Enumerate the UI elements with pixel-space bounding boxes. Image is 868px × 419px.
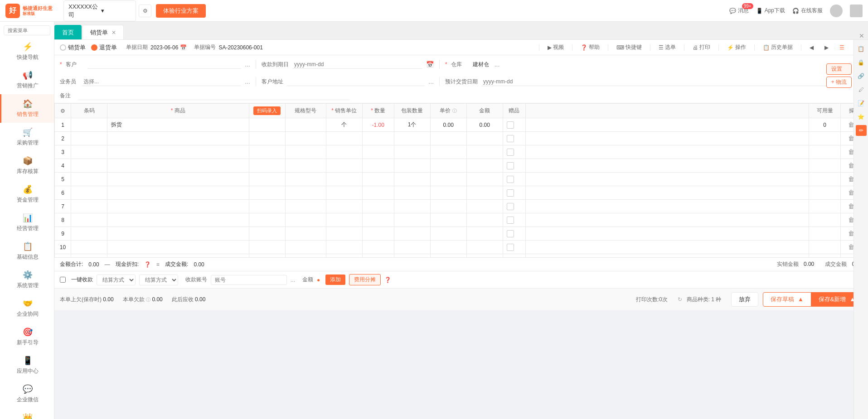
cell-barcode[interactable]: [71, 200, 107, 213]
cell-price[interactable]: [430, 186, 466, 200]
sidebar-item-inventory[interactable]: 📦 库存核算: [0, 151, 54, 180]
cell-spec[interactable]: [285, 213, 326, 227]
next-record-btn[interactable]: ▶: [822, 43, 831, 52]
sidebar-item-wechat[interactable]: 💬 企业微信: [0, 380, 54, 408]
remarks-input[interactable]: [78, 92, 350, 100]
sidebar-item-enterprise[interactable]: 🤝 企业协同: [0, 294, 54, 323]
cell-barcode[interactable]: [71, 173, 107, 186]
calendar-due-date-icon[interactable]: 📅: [426, 61, 434, 68]
sidebar-item-sales[interactable]: 🏠 销售管理: [0, 94, 54, 123]
cell-qty[interactable]: [362, 145, 394, 159]
tab-close-icon[interactable]: ✕: [112, 29, 116, 36]
one-click-pay-checkbox[interactable]: [60, 277, 66, 283]
trial-button[interactable]: 体验行业方案: [156, 4, 206, 18]
sidebar-item-operations[interactable]: 📊 经营管理: [0, 208, 54, 237]
cell-barcode[interactable]: [71, 227, 107, 241]
cell-price[interactable]: [430, 227, 466, 241]
cell-price[interactable]: [430, 241, 466, 254]
sidebar-item-system[interactable]: ⚙️ 系统管理: [0, 265, 54, 294]
cell-spec[interactable]: [285, 173, 326, 186]
cell-spec[interactable]: [285, 145, 326, 159]
right-tool-4[interactable]: 🖊: [856, 84, 867, 95]
account-input[interactable]: [211, 275, 287, 285]
cell-qty[interactable]: [362, 200, 394, 213]
settings-gear-btn[interactable]: ⚙: [139, 5, 151, 17]
sidebar-item-app-center[interactable]: 📱 应用中心: [0, 351, 54, 380]
company-selector[interactable]: XXXXXX公司 ▾: [63, 0, 136, 21]
cell-price[interactable]: [430, 200, 466, 213]
cell-qty[interactable]: [362, 213, 394, 227]
cell-gift[interactable]: [503, 227, 525, 241]
cell-gift[interactable]: [503, 132, 525, 145]
cell-spec[interactable]: [285, 227, 326, 241]
customer-ellipsis[interactable]: ...: [245, 61, 250, 68]
settlement-select[interactable]: 结算方式: [97, 275, 136, 285]
cell-price[interactable]: [430, 159, 466, 173]
cell-gift[interactable]: [503, 173, 525, 186]
cell-barcode[interactable]: [71, 132, 107, 145]
cell-gift[interactable]: [503, 241, 525, 254]
cell-spec[interactable]: [285, 132, 326, 145]
sidebar-item-finance[interactable]: 💰 资金管理: [0, 180, 54, 208]
gift-checkbox[interactable]: [507, 203, 514, 210]
gift-checkbox[interactable]: [507, 230, 514, 237]
gift-checkbox[interactable]: [507, 189, 514, 197]
due-date-input[interactable]: [292, 60, 422, 69]
salesperson-ellipsis[interactable]: ...: [245, 78, 250, 85]
cell-price[interactable]: [430, 145, 466, 159]
barcode-input[interactable]: [75, 149, 103, 155]
cell-qty[interactable]: [362, 241, 394, 254]
radio-return-label[interactable]: 退货单: [91, 43, 117, 52]
app-download-item[interactable]: 📱 App下载: [756, 7, 785, 14]
sidebar-item-quick-nav[interactable]: ⚡ 快捷导航: [0, 37, 54, 66]
cell-price[interactable]: [430, 173, 466, 186]
cell-spec[interactable]: [285, 118, 326, 132]
toolbar-shortcuts[interactable]: ⌨ 快捷键: [614, 43, 645, 52]
barcode-input[interactable]: [75, 122, 103, 128]
minus-icon[interactable]: —: [105, 261, 110, 268]
prev-record-btn[interactable]: ◀: [807, 43, 816, 52]
cell-gift[interactable]: [503, 118, 525, 132]
cell-gift[interactable]: [503, 159, 525, 173]
cell-qty[interactable]: [362, 254, 394, 258]
cell-price[interactable]: [430, 213, 466, 227]
save-draft-chevron[interactable]: ▲: [798, 296, 804, 303]
cell-qty[interactable]: [362, 173, 394, 186]
online-support-item[interactable]: 🎧 在线客服: [792, 7, 823, 14]
flow-button[interactable]: + 物流: [826, 77, 852, 88]
gift-checkbox[interactable]: [507, 176, 514, 183]
barcode-input[interactable]: [75, 217, 103, 223]
save-draft-button[interactable]: 保存草稿 ▲: [763, 292, 811, 307]
cell-qty[interactable]: [362, 132, 394, 145]
radio-sales-btn[interactable]: [60, 44, 66, 51]
add-payment-button[interactable]: 添加: [325, 275, 345, 285]
settlement-type-select[interactable]: 结算方式: [139, 275, 178, 285]
gift-checkbox[interactable]: [507, 135, 514, 142]
right-tool-3[interactable]: 🔗: [856, 71, 867, 82]
barcode-input[interactable]: [75, 176, 103, 183]
cash-discount-help-icon[interactable]: ❓: [144, 261, 151, 268]
cell-qty[interactable]: -1.00: [362, 118, 394, 132]
toolbar-operations[interactable]: ⚡ 操作: [724, 43, 749, 52]
user-avatar[interactable]: [830, 5, 843, 17]
salesperson-input[interactable]: [82, 77, 241, 86]
scan-button[interactable]: 扫码录入: [253, 106, 281, 115]
discard-button[interactable]: 放弃: [731, 292, 758, 307]
cell-price[interactable]: [430, 254, 466, 258]
sidebar-search-input[interactable]: [4, 25, 50, 35]
price-info-icon[interactable]: ⓘ: [452, 108, 457, 113]
expense-help-icon[interactable]: ❓: [384, 277, 391, 283]
gift-checkbox[interactable]: [507, 217, 514, 224]
radio-sales-label[interactable]: 销货单: [60, 43, 86, 52]
close-tab-icon[interactable]: ✕: [859, 32, 864, 39]
barcode-input[interactable]: [75, 163, 103, 169]
toolbar-select[interactable]: ☰ 选单: [656, 43, 679, 52]
cell-barcode[interactable]: [71, 159, 107, 173]
cell-spec[interactable]: [285, 159, 326, 173]
th-settings[interactable]: ⚙: [55, 104, 71, 118]
customer-input[interactable]: [87, 60, 242, 69]
sidebar-item-base-info[interactable]: 📋 基础信息: [0, 237, 54, 265]
cell-qty[interactable]: [362, 186, 394, 200]
cell-gift[interactable]: [503, 200, 525, 213]
cell-barcode[interactable]: [71, 118, 107, 132]
